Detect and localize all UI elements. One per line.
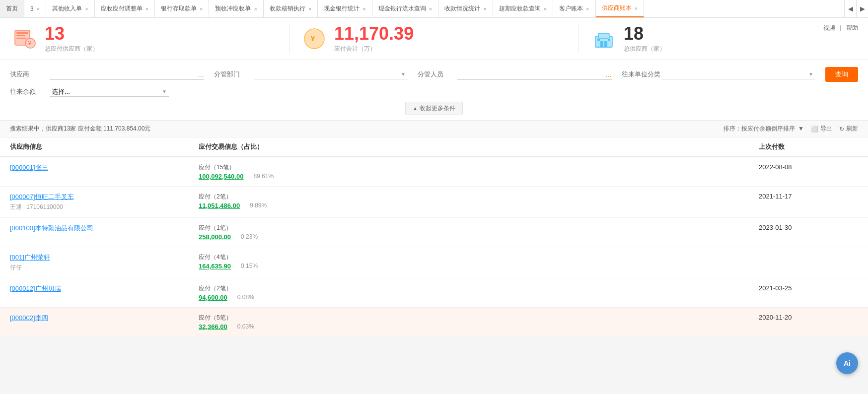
unit-class-select-wrap: ▼ [661,69,816,79]
unit-class-select[interactable] [663,70,814,78]
dept-select[interactable] [256,70,406,78]
export-icon: ⬜ [811,126,818,132]
close-icon[interactable]: × [145,6,148,12]
transaction-percent: 9.89% [250,202,267,209]
close-icon[interactable]: × [308,6,311,12]
nav-tab-payment-exec-label: 收款核销执行 [270,4,305,13]
result-bar: 搜索结果中，供应商13家 应付金额 111,703,854.00元 排序：按应付… [0,121,868,137]
links-separator: | [840,24,842,31]
svg-rect-11 [604,41,607,47]
supplier-contact: 仔仔 [10,263,199,272]
help-link[interactable]: 帮助 [846,24,858,31]
nav-tab-3[interactable]: 3 × [24,0,46,17]
stat-divider-2 [579,24,579,54]
close-icon[interactable]: × [37,6,40,12]
transaction-info-cell: 应付（2笔） 94,600.00 0.08% [199,284,759,301]
transaction-amount[interactable]: 32,366.00 [199,323,227,330]
transaction-amount[interactable]: 258,000.00 [199,233,231,241]
transaction-label: 应付（2笔） [199,193,759,201]
nav-tab-supplier-ledger[interactable]: 供应商账本 × [596,0,644,17]
nav-tab-bank-deposit[interactable]: 银行存取款单 × [155,0,209,17]
nav-tab-3-label: 3 [30,5,34,12]
stat-divider-1 [289,24,289,54]
col-header-last-payment: 上次付数 [759,142,858,151]
search-field-unit-class: 往来单位分类 ▼ [622,69,816,79]
close-icon[interactable]: × [200,6,203,12]
nav-tab-receipt-stats-label: 收款情况统计 [444,4,480,13]
supplier-name-link[interactable]: [001]广州荣轩 [10,253,199,262]
ap-total-icon: ¥ [299,24,329,54]
stat-block-suppliers-payable: ¥ 13 总应付供应商（家） [10,24,279,54]
nav-tab-home[interactable]: 首页 [0,0,24,17]
collapse-button[interactable]: ▲ 收起更多条件 [405,102,463,115]
transaction-amount[interactable]: 164,635.90 [199,263,231,270]
nav-tab-payment-exec[interactable]: 收款核销执行 × [264,0,318,17]
stat-info-suppliers-payable: 13 总应付供应商（家） [45,25,98,53]
supplier-ellipsis[interactable]: ... [198,70,204,78]
refresh-label: 刷新 [846,125,858,133]
nav-arrows: ◀ ▶ [844,0,868,18]
refresh-icon: ↻ [839,126,844,132]
supplier-name-link[interactable]: [000001]张三 [10,163,199,172]
nav-tab-cash-stats[interactable]: 现金银行统计 × [318,0,372,17]
nav-tab-other-income[interactable]: 其他收入单 × [46,0,94,17]
unit-class-label: 往来单位分类 [622,70,661,79]
supplier-name-link[interactable]: [000012]广州贝瑞 [10,284,199,293]
svg-rect-2 [16,35,25,36]
nav-tab-bank-deposit-label: 银行存取款单 [161,4,197,13]
sort-label[interactable]: 排序：按应付余额倒序排序 ▼ [723,125,804,133]
transaction-info-cell: 应付（5笔） 32,366.00 0.03% [199,314,759,330]
nav-tab-receipt-stats[interactable]: 收款情况统计 × [438,0,493,17]
transaction-label: 应付（4笔） [199,253,759,262]
person-input[interactable] [457,70,606,78]
nav-tab-cash-flow[interactable]: 现金银行流水查询 × [372,0,438,17]
supplier-name-link[interactable]: [000002]李四 [10,314,199,323]
transaction-percent: 0.03% [237,323,254,330]
close-icon[interactable]: × [254,6,257,12]
col-header-supplier: 供应商信息 [10,142,199,151]
svg-rect-3 [16,38,26,39]
close-icon[interactable]: × [483,6,486,12]
balance-select[interactable]: 选择... [52,88,167,95]
nav-next-button[interactable]: ▶ [856,0,868,18]
video-link[interactable]: 视频 [823,24,835,31]
close-icon[interactable]: × [586,6,589,12]
nav-tab-overdue-ar[interactable]: 超期应收款查询 × [493,0,553,17]
nav-tab-ar-ap-adjust[interactable]: 应收应付调整单 × [95,0,155,17]
search-field-supplier: 供应商 ... [10,69,204,80]
close-icon[interactable]: × [85,6,88,12]
nav-tab-customer-ledger[interactable]: 客户账本 × [553,0,595,17]
export-label: 导出 [820,125,832,133]
person-input-wrap: ... [457,69,612,80]
supplier-contact: 王通 17106110000 [10,203,199,211]
close-icon[interactable]: × [362,6,365,12]
stat-number-ap-total: 11,170.39 [334,25,414,43]
export-button[interactable]: ⬜ 导出 [811,125,832,133]
transaction-amount[interactable]: 11,051,486.00 [199,202,240,209]
nav-tab-overdue-ar-label: 超期应收款查询 [499,4,541,13]
person-ellipsis[interactable]: ... [606,70,612,78]
supplier-input[interactable] [50,70,198,78]
last-payment-cell: 2020-11-20 [759,314,858,321]
last-payment-cell: 2021-03-25 [759,284,858,292]
transaction-amount[interactable]: 94,600.00 [199,294,227,301]
stat-number-total-suppliers: 18 [624,25,665,43]
supplier-info-cell: [000100]本特勤油品有限公司 [10,224,199,233]
search-button[interactable]: 查询 [825,67,858,82]
table-row: [000012]广州贝瑞 应付（2笔） 94,600.00 0.08% 2021… [0,278,868,308]
chevron-down-icon-2: ▼ [808,71,813,77]
supplier-name-link[interactable]: [000007]恒旺二手叉车 [10,193,199,201]
suppliers-payable-icon: ¥ [10,24,40,54]
table-row: [000100]本特勤油品有限公司 应付（1笔） 258,000.00 0.23… [0,218,868,247]
nav-prev-button[interactable]: ◀ [844,0,856,18]
close-icon[interactable]: × [544,6,547,12]
nav-tab-advance-offset[interactable]: 预收冲应收单 × [209,0,263,17]
last-payment-date: 2022-08-08 [759,163,792,171]
supplier-info-cell: [000002]李四 [10,314,199,323]
refresh-button[interactable]: ↻ 刷新 [839,125,858,133]
table-row: [000001]张三 应付（15笔） 100,092,540.00 89.61%… [0,157,868,187]
transaction-amount[interactable]: 100,092,540.00 [199,173,243,180]
close-icon[interactable]: × [429,6,432,12]
close-icon[interactable]: × [635,5,638,11]
supplier-name-link[interactable]: [000100]本特勤油品有限公司 [10,224,199,233]
